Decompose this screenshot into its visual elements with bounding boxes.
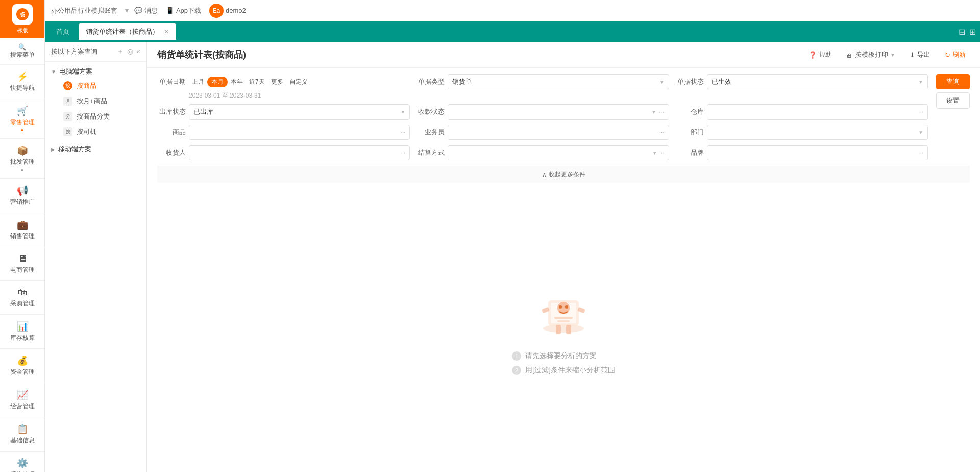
- print-dropdown-icon: ▼: [890, 52, 895, 58]
- date-tab-more[interactable]: 更多: [268, 77, 286, 87]
- scheme-by-product-category[interactable]: 分 按商品分类: [51, 109, 140, 124]
- tab-minimize-icon[interactable]: ⊟: [959, 27, 965, 37]
- sidebar-item-ops[interactable]: 📈 经营管理: [0, 383, 44, 417]
- sidebar-item-inventory[interactable]: 📊 库存核算: [0, 315, 44, 349]
- sales-label: 销售管理: [10, 232, 35, 241]
- recv-status-input[interactable]: ▼ ···: [448, 104, 669, 120]
- tab-close-icon[interactable]: ✕: [164, 28, 169, 35]
- help-button[interactable]: ❓ 帮助: [804, 48, 836, 61]
- tab-sales-stat[interactable]: 销货单统计表（按商品） ✕: [79, 23, 176, 40]
- doc-status-input[interactable]: 已生效 ▼: [707, 74, 928, 89]
- dept-input[interactable]: ▼: [707, 125, 928, 140]
- staff-input[interactable]: ···: [448, 125, 669, 140]
- search-label: 搜索菜单: [10, 51, 35, 59]
- right-panel: 销货单统计表(按商品) ❓ 帮助 🖨 按模板打印 ▼ ⬇ 导出: [147, 42, 980, 472]
- empty-state: 1 请先选择要分析的方案 2 用[过滤]条件来缩小分析范围: [147, 183, 980, 472]
- date-tab-custom[interactable]: 自定义: [286, 77, 311, 87]
- retail-icon: 🛒: [17, 105, 28, 116]
- product-input[interactable]: ···: [189, 125, 410, 140]
- tab-sales-stat-label: 销货单统计表（按商品）: [86, 27, 159, 36]
- app-download-button[interactable]: 📱 App下载: [166, 6, 201, 15]
- sidebar-item-quick-nav[interactable]: ⚡ 快捷导航: [0, 65, 44, 99]
- date-tab-last7[interactable]: 近7天: [246, 77, 268, 87]
- desktop-category-header[interactable]: ▼ 电脑端方案: [51, 65, 140, 78]
- mobile-scheme-category[interactable]: ▶ 移动端方案: [45, 143, 146, 156]
- svg-rect-7: [557, 320, 570, 322]
- ops-icon: 📈: [17, 389, 28, 400]
- inventory-label: 库存核算: [10, 334, 35, 342]
- mobile-category-label: 移动端方案: [58, 145, 91, 154]
- sidebar-item-retail[interactable]: 🛒 零售管理 ▲: [0, 99, 44, 139]
- warehouse-input[interactable]: ···: [707, 104, 928, 120]
- doc-status-dropdown-icon: ▼: [918, 79, 923, 85]
- collapse-scheme-icon[interactable]: «: [136, 47, 140, 56]
- tab-home[interactable]: 首页: [49, 23, 77, 40]
- basic-icon: 📋: [17, 423, 28, 435]
- doc-type-cell: 单据类型 销货单 ▼: [416, 74, 669, 89]
- print-button[interactable]: 🖨 按模板打印 ▼: [842, 48, 899, 61]
- sidebar-item-system[interactable]: ⚙️ 系统管理: [0, 452, 44, 472]
- recv-status-dots[interactable]: ···: [658, 108, 665, 116]
- doc-type-input[interactable]: 销货单 ▼: [448, 74, 669, 89]
- scheme-by-product[interactable]: 按 按商品: [51, 78, 140, 93]
- add-scheme-icon[interactable]: ＋: [117, 47, 124, 56]
- settings-button[interactable]: 设置: [936, 92, 970, 109]
- tab-home-label: 首页: [56, 27, 69, 36]
- out-status-input[interactable]: 已出库 ▼: [189, 104, 410, 120]
- tab-maximize-icon[interactable]: ⊞: [969, 27, 976, 37]
- ecom-label: 电商管理: [10, 266, 35, 274]
- sales-icon: 💼: [17, 219, 28, 230]
- filter-row-2: 出库状态 已出库 ▼ 收款状态: [157, 104, 928, 120]
- refresh-button[interactable]: ↻ 刷新: [941, 48, 970, 61]
- app-download-icon: 📱: [166, 7, 174, 14]
- scheme-product-label: 按商品: [77, 81, 96, 90]
- date-tab-cur-month[interactable]: 本月: [207, 77, 228, 87]
- sidebar-item-finance[interactable]: 💰 资金管理: [0, 349, 44, 383]
- search-menu[interactable]: 🔍 搜索菜单: [0, 38, 44, 65]
- brand-input[interactable]: ···: [707, 145, 928, 160]
- message-button[interactable]: 💬 消息: [134, 6, 158, 15]
- logo-icon: 畅: [12, 4, 33, 25]
- page-title: 销货单统计表(按商品): [157, 49, 804, 61]
- help-label: 帮助: [819, 50, 832, 59]
- collapse-bar[interactable]: ∧ 收起更多条件: [157, 166, 970, 183]
- breadcrumb-dropdown-icon[interactable]: ▼: [124, 7, 130, 14]
- sidebar-item-basic[interactable]: 📋 基础信息: [0, 417, 44, 452]
- sidebar-item-purchase[interactable]: 🛍 采购管理: [0, 281, 44, 315]
- quick-nav-label: 快捷导航: [10, 84, 35, 92]
- svg-text:畅: 畅: [20, 12, 25, 17]
- sidebar-item-marketing[interactable]: 📢 营销推广: [0, 179, 44, 213]
- sidebar-item-ecom[interactable]: 🖥 电商管理: [0, 247, 44, 281]
- dept-label: 部门: [675, 128, 704, 137]
- scheme-product-category-label: 按商品分类: [77, 112, 110, 121]
- topbar-breadcrumb: 办公用品行业模拟账套: [51, 6, 117, 15]
- finance-label: 资金管理: [10, 368, 35, 376]
- date-tab-cur-year[interactable]: 本年: [228, 77, 246, 87]
- scheme-by-month-product[interactable]: 月 按月+商品: [51, 93, 140, 109]
- sidebar-item-wholesale[interactable]: 📦 批发管理 ▲: [0, 139, 44, 179]
- scheme-cashier-icon: 按: [63, 127, 72, 136]
- user-menu[interactable]: Ea demo2: [209, 4, 246, 18]
- payment-input[interactable]: ▼ ···: [448, 145, 669, 160]
- query-button[interactable]: 查询: [936, 74, 970, 89]
- doc-status-label: 单据状态: [675, 77, 704, 86]
- scheme-by-cashier[interactable]: 按 按司机: [51, 124, 140, 139]
- export-icon: ⬇: [910, 51, 915, 59]
- empty-icon: [533, 280, 594, 341]
- page-actions: ❓ 帮助 🖨 按模板打印 ▼ ⬇ 导出 ↻ 刷新: [804, 48, 970, 61]
- lph-icons: ＋ ◎ «: [117, 47, 140, 56]
- tab-bar: 首页 销货单统计表（按商品） ✕ ⊟ ⊞: [45, 21, 980, 42]
- print-icon: 🖨: [846, 51, 853, 59]
- recv-status-cell: 收款状态 ▼ ···: [416, 104, 669, 120]
- svg-rect-10: [556, 325, 561, 334]
- svg-rect-6: [554, 317, 573, 319]
- sidebar-item-sales[interactable]: 💼 销售管理: [0, 213, 44, 247]
- svg-point-8: [559, 305, 562, 309]
- export-button[interactable]: ⬇ 导出: [905, 48, 935, 61]
- recipient-input[interactable]: ···: [189, 145, 410, 160]
- inventory-icon: 📊: [17, 321, 28, 332]
- date-tab-prev-month[interactable]: 上月: [189, 77, 207, 87]
- settings-scheme-icon[interactable]: ◎: [127, 47, 133, 56]
- out-status-cell: 出库状态 已出库 ▼: [157, 104, 410, 120]
- left-panel: 按以下方案查询 ＋ ◎ « ▼ 电脑端方案 按 按商品 月: [45, 42, 147, 472]
